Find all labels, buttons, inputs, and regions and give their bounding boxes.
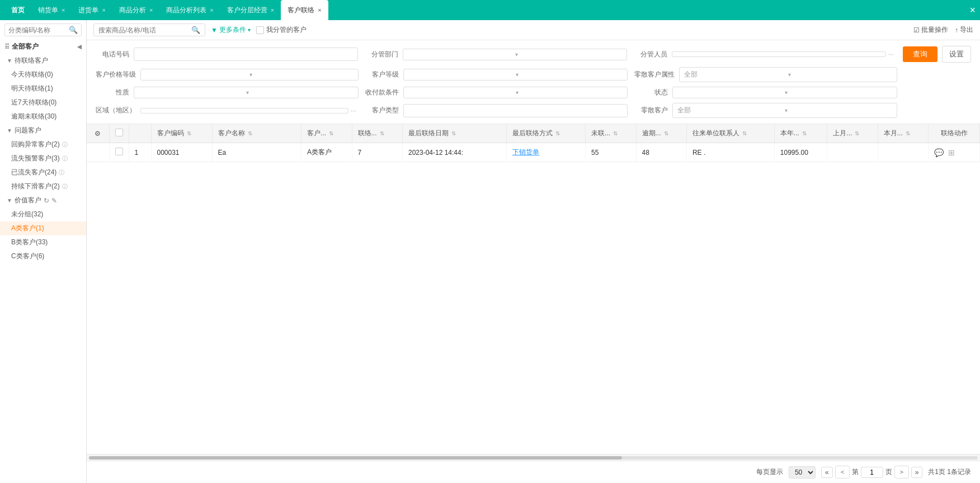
sidebar-item-seven-days[interactable]: 近7天待联络(0) [0, 96, 86, 110]
th-last-month[interactable]: 上月... ⇅ [827, 124, 878, 143]
nav-tab-customer-segment[interactable]: 客户分层经营 × [220, 0, 281, 20]
settings-button[interactable]: 设置 [942, 46, 971, 63]
nav-tab-sales-close[interactable]: × [62, 7, 65, 13]
sort-icon-unit[interactable]: ⇅ [742, 130, 747, 136]
sidebar-item-repeat-abnormal[interactable]: 回购异常客户(2) ⓘ [0, 138, 86, 151]
sidebar-item-tomorrow[interactable]: 明天待联络(1) [0, 82, 86, 96]
sidebar-item-class-b[interactable]: B类客户(33) [0, 235, 86, 249]
my-customers-check-box[interactable] [256, 26, 264, 34]
page-size-select[interactable]: 50 [789, 466, 816, 479]
th-customer-name[interactable]: 客户名称 ⇅ [212, 124, 301, 143]
sort-icon-this-year[interactable]: ⇅ [802, 130, 807, 136]
th-customer-code[interactable]: 客户编码 ⇅ [151, 124, 212, 143]
sidebar-item-lost-prediction[interactable]: 流失预警客户(3) ⓘ [0, 151, 86, 165]
sort-icon-overdue[interactable]: ⇅ [664, 130, 668, 136]
region-select[interactable] [140, 108, 348, 113]
sort-icon-date[interactable]: ⇅ [451, 130, 456, 136]
th-check[interactable] [109, 124, 129, 143]
th-last-contact-date[interactable]: 最后联络日期 ⇅ [402, 124, 506, 143]
scrollbar-thumb[interactable] [89, 456, 622, 460]
last-page-btn[interactable]: » [911, 467, 923, 478]
sort-icon-this-month[interactable]: ⇅ [906, 130, 910, 136]
sidebar-all-customers[interactable]: ⠿ 全部客户 ◀ [0, 40, 86, 54]
td-last-contact-method[interactable]: 下销货单 [507, 143, 586, 162]
filter-search-box[interactable]: 🔍 [93, 23, 205, 36]
first-page-btn[interactable]: « [821, 467, 833, 478]
sort-icon-method[interactable]: ⇅ [555, 130, 560, 136]
sort-icon-no-contact[interactable]: ⇅ [613, 130, 618, 136]
th-checkbox[interactable] [115, 129, 123, 136]
nature-select[interactable]: ▾ [134, 87, 359, 98]
nav-tab-customer-contact[interactable]: 客户联络 × [281, 0, 328, 20]
prev-page-btn[interactable]: ＜ [835, 466, 850, 479]
sidebar-item-today[interactable]: 今天待联络(0) [0, 68, 86, 82]
th-no-contact[interactable]: 未联... ⇅ [586, 124, 636, 143]
nav-tab-customer-contact-close[interactable]: × [318, 7, 321, 13]
sidebar-item-class-a[interactable]: A类客户(1) [0, 221, 86, 235]
sidebar-item-continuous-decline[interactable]: 持续下滑客户(2) ⓘ [0, 179, 86, 193]
th-unit-contact[interactable]: 往来单位联系人 ⇅ [686, 124, 774, 143]
grid-action-icon[interactable]: ⊞ [948, 148, 955, 157]
sort-icon-contact[interactable]: ⇅ [380, 130, 384, 136]
dept-select[interactable]: ▾ [403, 49, 627, 60]
region-dots[interactable]: ··· [348, 107, 359, 115]
chat-action-icon[interactable]: 💬 [934, 148, 944, 157]
row-checkbox[interactable] [115, 148, 123, 155]
nav-tab-goods-analysis-list[interactable]: 商品分析列表 × [159, 0, 220, 20]
price-level-select[interactable]: ▾ [140, 69, 359, 80]
nav-tab-goods-analysis-list-close[interactable]: × [210, 7, 213, 13]
filter-search-icon[interactable]: 🔍 [191, 26, 200, 34]
sidebar-search-box[interactable]: 🔍 [4, 23, 82, 36]
person-dots[interactable]: ··· [886, 50, 896, 58]
td-check[interactable] [109, 143, 129, 162]
edit-icon[interactable]: ✎ [51, 197, 57, 205]
nav-tab-home[interactable]: 首页 [4, 0, 31, 20]
retail-attr-select[interactable]: 全部 ▾ [679, 67, 897, 82]
sidebar-item-overdue[interactable]: 逾期未联络(30) [0, 110, 86, 124]
nav-tab-purchase[interactable]: 进货单 × [72, 0, 112, 20]
sort-icon-code[interactable]: ⇅ [187, 130, 191, 136]
export-btn[interactable]: ↑ 导出 [955, 25, 973, 35]
th-contact[interactable]: 联络... ⇅ [352, 124, 402, 143]
horizontal-scrollbar[interactable] [87, 454, 980, 461]
sidebar-search-icon[interactable]: 🔍 [69, 26, 78, 34]
payment-select[interactable]: ▾ [403, 87, 628, 98]
phone-input[interactable] [134, 48, 358, 61]
sidebar-item-unclassified[interactable]: 未分组(32) [0, 207, 86, 221]
sort-icon-type[interactable]: ⇅ [329, 130, 333, 136]
window-close-icon[interactable]: × [969, 4, 976, 16]
sidebar-group-problem-customers[interactable]: ▼ 问题客户 [0, 124, 86, 138]
query-button[interactable]: 查询 [903, 46, 937, 62]
th-last-contact-method[interactable]: 最后联络方式 ⇅ [507, 124, 586, 143]
scrollbar-track[interactable] [89, 456, 978, 460]
status-select[interactable]: ▾ [672, 87, 897, 98]
batch-op-btn[interactable]: ☑ 批量操作 [913, 25, 948, 35]
sidebar-search-input[interactable] [8, 26, 69, 34]
nav-tab-sales[interactable]: 销货单 × [31, 0, 72, 20]
th-overdue[interactable]: 逾期... ⇅ [636, 124, 686, 143]
page-num-input[interactable] [861, 467, 883, 478]
more-filters-btn[interactable]: ▼ 更多条件 ▾ [211, 25, 251, 35]
sidebar-group-value-customers[interactable]: ▼ 价值客户 ↻ ✎ [0, 193, 86, 207]
th-this-month[interactable]: 本月... ⇅ [878, 124, 928, 143]
person-select[interactable] [672, 51, 886, 57]
nav-tab-purchase-close[interactable]: × [102, 7, 105, 13]
th-gear[interactable]: ⚙ [87, 124, 109, 143]
customer-type-input[interactable] [403, 104, 628, 117]
nav-tab-goods-analysis[interactable]: 商品分析 × [112, 0, 159, 20]
sidebar-group-pending-contact[interactable]: ▼ 待联络客户 [0, 54, 86, 68]
collapse-icon[interactable]: ◀ [77, 44, 82, 50]
customer-level-select[interactable]: ▾ [403, 69, 628, 80]
nav-tab-goods-analysis-close[interactable]: × [149, 7, 153, 13]
filter-search-input[interactable] [98, 26, 191, 34]
retail-customer-select[interactable]: 全部 ▾ [672, 103, 897, 118]
gear-icon[interactable]: ⚙ [95, 130, 101, 138]
sidebar-item-class-c[interactable]: C类客户(6) [0, 249, 86, 263]
th-customer-type[interactable]: 客户... ⇅ [301, 124, 352, 143]
th-this-year[interactable]: 本年... ⇅ [774, 124, 827, 143]
my-customers-checkbox[interactable]: 我分管的客户 [256, 25, 307, 35]
last-contact-method-link[interactable]: 下销货单 [512, 148, 539, 156]
sort-icon-name[interactable]: ⇅ [248, 130, 252, 136]
sort-icon-last-month[interactable]: ⇅ [855, 130, 859, 136]
next-page-btn[interactable]: ＞ [894, 466, 909, 479]
